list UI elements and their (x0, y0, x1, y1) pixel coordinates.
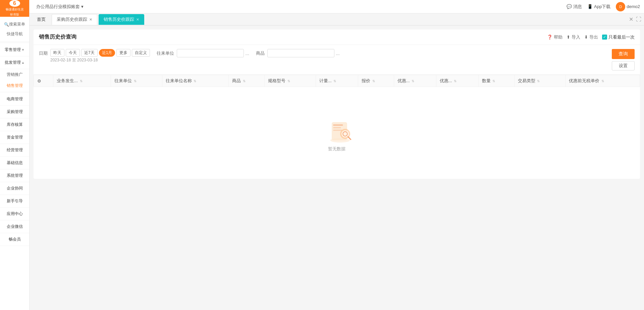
date-btn-today[interactable]: 今天 (66, 49, 80, 57)
col-spec[interactable]: 规格型号 ⇅ (265, 75, 316, 87)
app-download-action[interactable]: 📱 App下载 (587, 4, 610, 10)
quick-nav-item[interactable]: 快捷导航 (2, 29, 27, 39)
partner-label: 往来单位 (157, 49, 174, 56)
sort-icon-partner-name: ⇅ (194, 79, 196, 83)
sidebar-search-section: 🔍 搜索菜单 快捷导航 (0, 17, 29, 42)
marketing-label: 营销推广 (7, 72, 23, 78)
partner-input-group: ... (177, 49, 249, 57)
finance-label: 资金管理 (7, 135, 23, 140)
help-label: 帮助 (554, 34, 562, 40)
col-trade-type[interactable]: 交易类型 ⇅ (514, 75, 566, 87)
message-action[interactable]: 💬 消息 (567, 4, 582, 10)
sidebar-item-wholesale[interactable]: 批发管理 ▲ (0, 56, 29, 69)
sidebar-item-ops[interactable]: 经营管理 (0, 144, 29, 157)
purchase-label: 采购管理 (7, 109, 23, 115)
ops-label: 经营管理 (7, 147, 23, 153)
workspace-selector[interactable]: 办公用品行业模拟账套 ▾ (34, 2, 86, 11)
help-action[interactable]: ❓ 帮助 (547, 34, 562, 40)
date-btn-more[interactable]: 更多 (116, 49, 130, 57)
import-label: 导入 (572, 34, 580, 40)
partner-input[interactable] (177, 49, 244, 57)
tab-sales-close-icon[interactable]: ✕ (136, 17, 139, 22)
sidebar-item-wechat[interactable]: 企业微信 (0, 220, 29, 233)
tab-home-label: 首页 (37, 16, 46, 22)
sidebar-item-purchase[interactable]: 采购管理 (0, 106, 29, 118)
goods-input[interactable] (267, 49, 334, 57)
sidebar-item-newbie[interactable]: 新手引导 (0, 195, 29, 208)
sidebar-item-system[interactable]: 系统管理 (0, 169, 29, 182)
only-last-checkbox[interactable]: ✓ 只看最后一次 (602, 34, 635, 40)
col-price-notax[interactable]: 优惠前无税单价 ⇅ (566, 75, 640, 87)
date-options-row: 昨天 今天 近7天 近1月 更多 自定义 2023-02-18 至 2023-0… (50, 49, 150, 63)
col-price[interactable]: 报价 ⇅ (358, 75, 394, 87)
col-partner-name-label: 往来单位名称 (166, 78, 192, 83)
workspace-name: 办公用品行业模拟账套 (36, 4, 80, 10)
sidebar-item-retail[interactable]: 零售管理 ▼ (0, 44, 29, 56)
tab-sales-history[interactable]: 销售历史价跟踪 ✕ (99, 14, 144, 25)
col-discount2[interactable]: 优惠... ⇅ (436, 75, 478, 87)
user-name: demo2 (627, 4, 640, 9)
sidebar-item-sales-mgmt[interactable]: 销售管理 (0, 80, 29, 91)
sidebar-item-finance[interactable]: 资金管理 (0, 131, 29, 144)
basic-label: 基础信息 (7, 160, 23, 166)
sidebar-item-vip[interactable]: 畅会员 (0, 233, 29, 246)
search-menu-item[interactable]: 🔍 搜索菜单 (2, 19, 27, 29)
tab-minimize-icon[interactable]: ✕ (629, 16, 633, 22)
table-container: ⚙ 业务发生... ⇅ 往来单位 ⇅ 往来单位名称 (34, 75, 640, 179)
sidebar-item-app-center[interactable]: 应用中心 (0, 208, 29, 220)
sidebar-item-marketing[interactable]: 营销推广 (0, 69, 29, 80)
inventory-label: 库存核算 (7, 122, 23, 127)
tab-home[interactable]: 首页 (32, 14, 50, 25)
svg-rect-4 (333, 130, 342, 131)
settings-icon[interactable]: ⚙ (37, 79, 41, 84)
app-center-label: 应用中心 (7, 211, 23, 217)
sidebar-item-ecommerce[interactable]: 电商管理 (0, 93, 29, 106)
topbar-left: 办公用品行业模拟账套 ▾ (34, 2, 86, 11)
vip-label: 畅会员 (9, 237, 21, 242)
date-btn-7days[interactable]: 近7天 (81, 49, 98, 57)
tab-purchase-close-icon[interactable]: ✕ (89, 17, 92, 22)
col-goods[interactable]: 商品 ⇅ (229, 75, 265, 87)
newbie-label: 新手引导 (7, 198, 23, 204)
date-btn-yesterday[interactable]: 昨天 (50, 49, 64, 57)
sidebar-item-basic[interactable]: 基础信息 (0, 157, 29, 169)
retail-arrow: ▼ (21, 48, 25, 52)
tab-fullscreen-icon[interactable]: ⛶ (636, 16, 641, 22)
user-profile[interactable]: D demo2 (616, 2, 640, 11)
col-spec-label: 规格型号 (268, 78, 285, 83)
app-download-label: App下载 (594, 4, 610, 10)
col-discount1[interactable]: 优惠... ⇅ (394, 75, 436, 87)
col-unit[interactable]: 计量... ⇅ (316, 75, 358, 87)
col-partner-name[interactable]: 往来单位名称 ⇅ (162, 75, 229, 87)
col-settings[interactable]: ⚙ (34, 75, 53, 87)
date-btn-1month[interactable]: 近1月 (99, 49, 115, 57)
col-quantity[interactable]: 数量 ⇅ (478, 75, 514, 87)
partner-dots[interactable]: ... (245, 51, 249, 56)
date-range-text: 2023-02-18 至 2023-03-18 (50, 57, 150, 63)
col-biz-date[interactable]: 业务发生... ⇅ (53, 75, 111, 87)
sidebar-item-enterprise[interactable]: 企业协同 (0, 182, 29, 195)
goods-label: 商品 (256, 49, 265, 56)
partner-filter-group: 往来单位 ... (157, 49, 249, 57)
query-button[interactable]: 查询 (612, 49, 635, 59)
app-download-icon: 📱 (587, 4, 593, 9)
goods-dots[interactable]: ... (336, 51, 340, 56)
tab-purchase-history[interactable]: 采购历史价跟踪 ✕ (52, 14, 97, 25)
help-icon: ❓ (547, 35, 552, 40)
import-action[interactable]: ⬆ 导入 (567, 34, 580, 40)
empty-illustration (323, 114, 350, 141)
tab-purchase-label: 采购历史价跟踪 (57, 16, 87, 22)
export-label: 导出 (589, 34, 598, 40)
col-discount2-label: 优惠... (440, 78, 452, 83)
filter-bar: 日期 昨天 今天 近7天 近1月 更多 自定义 2023-02-18 至 202… (34, 45, 640, 75)
sidebar-item-inventory[interactable]: 库存核算 (0, 118, 29, 131)
col-partner-code[interactable]: 往来单位 ⇅ (111, 75, 162, 87)
col-quantity-label: 数量 (482, 78, 491, 83)
workspace-arrow-icon: ▾ (81, 4, 84, 9)
col-goods-label: 商品 (232, 78, 241, 83)
ecommerce-label: 电商管理 (7, 96, 23, 102)
date-btn-custom[interactable]: 自定义 (132, 49, 150, 57)
wechat-label: 企业微信 (7, 224, 23, 229)
export-action[interactable]: ⬇ 导出 (584, 34, 598, 40)
set-button[interactable]: 设置 (612, 61, 635, 70)
